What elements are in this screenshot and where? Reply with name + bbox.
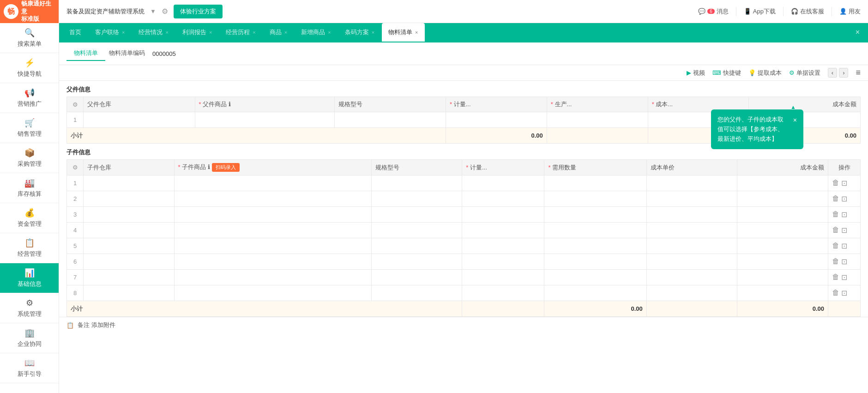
child-spec-1[interactable] xyxy=(371,175,462,191)
footer-icon: 📋 xyxy=(66,322,74,329)
tab-products-close[interactable]: × xyxy=(284,30,287,35)
parent-col-production: * 生产... xyxy=(547,97,648,112)
child-subtotal-label: 小计 xyxy=(67,301,462,317)
child-unit-1[interactable] xyxy=(462,175,544,191)
delete-icon-5[interactable]: 🗑 xyxy=(832,242,839,250)
toolbar-shortcut[interactable]: ⌨ 快捷键 xyxy=(712,69,741,77)
sidebar-item-finance[interactable]: 💰 资金管理 xyxy=(0,203,59,233)
tab-new-products[interactable]: 新增商品 × xyxy=(295,23,337,42)
parent-spec-cell[interactable] xyxy=(334,112,446,128)
child-quantity-1[interactable] xyxy=(544,175,646,191)
sidebar-item-search[interactable]: 🔍 搜索菜单 xyxy=(0,23,59,53)
tab-customer-close[interactable]: × xyxy=(122,30,125,35)
tab-profit-report[interactable]: 利润报告 × xyxy=(176,23,218,42)
footer-label[interactable]: 备注 添加附件 xyxy=(78,321,115,329)
basic-info-icon: 📊 xyxy=(24,268,35,278)
topbar: 装备及固定资产辅助管理系统 ▼ ⚙ 体验行业方案 💬 6 消息 📱 App下载 … xyxy=(59,0,868,23)
toolbar-single-settings[interactable]: ⚙ 单据设置 xyxy=(789,69,820,77)
delete-icon-1[interactable]: 🗑 xyxy=(832,179,839,187)
hamburger-menu-icon[interactable]: ≡ xyxy=(856,68,861,78)
copy-icon-7[interactable]: ⊡ xyxy=(841,273,847,282)
sidebar-item-marketing[interactable]: 📢 营销推广 xyxy=(0,83,59,113)
tab-products[interactable]: 商品 × xyxy=(263,23,294,42)
tooltip-text: 您的父件、子件的成本取值可以选择【参考成本、最新进价、平均成本】 xyxy=(717,116,784,142)
child-cost-amount-1[interactable] xyxy=(737,175,828,191)
copy-icon-3[interactable]: ⊡ xyxy=(841,210,847,219)
topbar-dropdown-icon[interactable]: ▼ xyxy=(150,8,156,15)
sub-tab-material-list[interactable]: 物料清单 xyxy=(66,46,105,61)
copy-icon-5[interactable]: ⊡ xyxy=(841,242,847,250)
copy-icon-1[interactable]: ⊡ xyxy=(841,179,847,187)
child-warehouse-1[interactable] xyxy=(84,175,175,191)
service-icon: 🎧 xyxy=(791,8,798,15)
delete-icon-3[interactable]: 🗑 xyxy=(832,210,839,219)
tab-material-list[interactable]: 物料清单 × xyxy=(382,23,424,42)
tab-barcode-close[interactable]: × xyxy=(372,30,374,35)
sidebar-item-system[interactable]: ⚙ 系统管理 xyxy=(0,293,59,323)
sidebar-item-purchase[interactable]: 📦 采购管理 xyxy=(0,143,59,173)
sidebar-item-enterprise[interactable]: 🏢 企业协同 xyxy=(0,323,59,353)
tab-new-products-close[interactable]: × xyxy=(328,30,331,35)
parent-unit-cell[interactable] xyxy=(446,112,547,128)
delete-icon-4[interactable]: 🗑 xyxy=(832,226,839,235)
child-product-1[interactable] xyxy=(174,175,371,191)
nav-next-button[interactable]: › xyxy=(839,68,848,78)
child-col-warehouse: 子件仓库 xyxy=(84,160,175,175)
app-icon: 📱 xyxy=(744,8,751,15)
shortcut-icon: ⌨ xyxy=(712,69,721,76)
toolbar-extract-cost[interactable]: 💡 提取成本 xyxy=(748,69,782,77)
tab-material-close[interactable]: × xyxy=(415,30,418,35)
search-icon: 🔍 xyxy=(24,28,35,38)
sidebar-item-inventory[interactable]: 🏭 库存核算 xyxy=(0,173,59,203)
tab-close-all[interactable]: × xyxy=(851,23,864,42)
tab-operations-status[interactable]: 经营情况 × xyxy=(132,23,175,42)
extract-cost-icon: 💡 xyxy=(748,69,756,76)
copy-icon-8[interactable]: ⊡ xyxy=(841,289,847,297)
inventory-icon: 🏭 xyxy=(24,178,35,188)
tooltip-close-button[interactable]: × xyxy=(793,115,797,125)
sidebar-item-guide[interactable]: 📖 新手引导 xyxy=(0,353,59,383)
main-area: 装备及固定资产辅助管理系统 ▼ ⚙ 体验行业方案 💬 6 消息 📱 App下载 … xyxy=(59,0,868,393)
user-action[interactable]: 👤 用友 xyxy=(839,7,861,16)
child-unit-cost-1[interactable] xyxy=(646,175,737,191)
child-col-spec: 规格型号 xyxy=(371,160,462,175)
online-service-action[interactable]: 🎧 在线客服 xyxy=(791,7,824,16)
copy-icon-4[interactable]: ⊡ xyxy=(841,226,847,235)
delete-icon-6[interactable]: 🗑 xyxy=(832,257,839,266)
settings-icon[interactable]: ⚙ xyxy=(162,7,168,16)
nav-prev-button[interactable]: ‹ xyxy=(828,68,837,78)
child-ops-5: 🗑⊡ xyxy=(828,238,861,254)
parent-subtotal-empty1 xyxy=(547,128,648,144)
tab-home[interactable]: 首页 xyxy=(63,23,88,42)
delete-icon-7[interactable]: 🗑 xyxy=(832,273,839,282)
parent-warehouse-cell[interactable] xyxy=(84,112,195,128)
delete-icon-2[interactable]: 🗑 xyxy=(832,194,839,203)
scan-button[interactable]: 扫码录入 xyxy=(212,163,240,172)
child-table-row: 3 🗑⊡ xyxy=(67,207,861,223)
tab-customer[interactable]: 客户联络 × xyxy=(89,23,131,42)
sidebar-item-quick-nav[interactable]: ⚡ 快捷导航 xyxy=(0,53,59,83)
tab-ops-status-close[interactable]: × xyxy=(165,30,168,35)
copy-icon-2[interactable]: ⊡ xyxy=(841,194,847,203)
copy-icon-6[interactable]: ⊡ xyxy=(841,257,847,266)
child-col-cost-amount: 成本金额 xyxy=(737,160,828,175)
quick-nav-icon: ⚡ xyxy=(24,58,35,68)
parent-col-settings[interactable]: ⚙ xyxy=(67,97,84,112)
message-action[interactable]: 💬 6 消息 xyxy=(698,7,729,16)
child-col-settings[interactable]: ⚙ xyxy=(67,160,84,175)
trial-button[interactable]: 体验行业方案 xyxy=(174,5,223,18)
tab-profit-close[interactable]: × xyxy=(209,30,212,35)
parent-production-cell[interactable] xyxy=(547,112,648,128)
parent-product-cell[interactable] xyxy=(195,112,334,128)
delete-icon-8[interactable]: 🗑 xyxy=(832,289,839,297)
purchase-icon: 📦 xyxy=(24,148,35,158)
toolbar-view[interactable]: ▶ 视频 xyxy=(687,69,705,77)
sidebar-item-sales[interactable]: 🛒 销售管理 xyxy=(0,113,59,143)
tab-operations-history[interactable]: 经营历程 × xyxy=(219,23,262,42)
finance-icon: 💰 xyxy=(24,208,35,218)
tab-ops-history-close[interactable]: × xyxy=(253,30,255,35)
tab-barcode-plan[interactable]: 条码方案 × xyxy=(338,23,381,42)
app-download-action[interactable]: 📱 App下载 xyxy=(744,7,776,16)
sidebar-item-basic-info[interactable]: 📊 基础信息 xyxy=(0,263,59,293)
sidebar-item-operations[interactable]: 📋 经营管理 xyxy=(0,233,59,263)
